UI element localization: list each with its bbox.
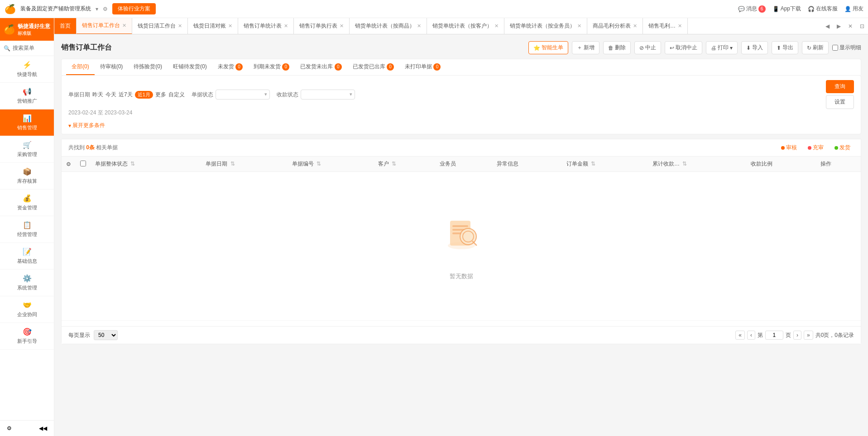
user-menu[interactable]: 👤 用友: [844, 5, 863, 13]
sidebar-collapse-icon[interactable]: ◀◀: [39, 425, 47, 431]
ship-btn[interactable]: 发货: [831, 143, 854, 152]
col-date-sort[interactable]: ⇅: [230, 161, 235, 167]
col-amount-sort[interactable]: ⇅: [591, 161, 595, 167]
sidebar-item-quick-nav[interactable]: ⚡ 快捷导航: [0, 56, 54, 83]
first-page-btn[interactable]: «: [735, 331, 745, 340]
tab-goods-stat-customer[interactable]: 销货单统计表（按客户） ✕: [427, 18, 504, 34]
sidebar-settings-icon[interactable]: ⚙: [7, 425, 12, 431]
tab-scroll-right[interactable]: ▶: [833, 21, 844, 31]
filter-custom[interactable]: 自定义: [168, 91, 185, 99]
filter-more[interactable]: 更多: [155, 91, 166, 99]
cancel-stop-btn[interactable]: ↩ 取消中止: [665, 41, 702, 54]
tab-cash-reconcile[interactable]: 钱货日清对账 ✕: [188, 18, 238, 34]
col-status-header[interactable]: 单据整体状态 ⇅: [91, 156, 201, 172]
horizontal-scrollbar[interactable]: [68, 321, 854, 325]
export-btn[interactable]: ⬆ 导出: [772, 41, 798, 54]
sidebar-item-purchase[interactable]: 🛒 采购管理: [0, 136, 54, 163]
settings-gear-icon[interactable]: ⚙: [103, 6, 108, 12]
tab-sales-more[interactable]: 销售毛利… ✕: [643, 18, 688, 34]
sub-tab-not-shipped[interactable]: 未发货 0: [212, 59, 248, 75]
next-page-btn[interactable]: ›: [793, 331, 801, 340]
msg-btn[interactable]: 💬 消息 6: [738, 5, 766, 13]
unreviewed-btn[interactable]: 充审: [804, 143, 827, 152]
col-number-sort[interactable]: ⇅: [317, 161, 321, 167]
tab-goods-stat-staff[interactable]: 销货单统计表（按业务员） ✕: [504, 18, 587, 34]
col-customer-header[interactable]: 客户 ⇅: [374, 156, 435, 172]
col-collected-header[interactable]: 累计收款… ⇅: [648, 156, 746, 172]
sub-tab-all[interactable]: 全部(0): [66, 59, 95, 75]
tab-sales-stat[interactable]: 销售订单统计表 ✕: [238, 18, 294, 34]
sidebar-item-inventory[interactable]: 📦 库存核算: [0, 163, 54, 190]
sidebar-item-system[interactable]: ⚙️ 系统管理: [0, 270, 54, 296]
tab-cash-reconcile-close[interactable]: ✕: [228, 23, 232, 29]
industry-btn[interactable]: 体验行业方案: [112, 3, 156, 14]
query-btn[interactable]: 查询: [826, 80, 854, 93]
sidebar-item-sales[interactable]: 📊 销售管理: [0, 109, 54, 136]
import-btn[interactable]: ⬇ 导入: [741, 41, 768, 54]
col-collected-sort[interactable]: ⇅: [682, 161, 687, 167]
col-number-header[interactable]: 单据编号 ⇅: [288, 156, 374, 172]
tab-close-all[interactable]: ✕: [844, 21, 856, 31]
expand-btn[interactable]: ▾ 展开更多条件: [68, 122, 105, 129]
tab-cash-daily[interactable]: 钱货日清工作台 ✕: [132, 18, 188, 34]
delete-btn[interactable]: 🗑 删除: [603, 41, 631, 54]
sub-tab-pending-review[interactable]: 待审核(0): [95, 59, 129, 75]
sub-tab-pending-inspect[interactable]: 待拣验货(0): [128, 59, 168, 75]
tab-goods-stat-product-close[interactable]: ✕: [417, 23, 421, 29]
sidebar-search[interactable]: 🔍 搜索菜单: [0, 41, 54, 56]
sub-tab-overdue[interactable]: 到期未发货 0: [248, 59, 295, 75]
tab-scroll-left[interactable]: ◀: [822, 21, 833, 31]
tab-goods-margin-close[interactable]: ✕: [633, 23, 637, 29]
sub-tab-shipped-out[interactable]: 已发货已出库 0: [347, 59, 399, 75]
tab-sales-workbench[interactable]: 销售订单工作台 ✕: [77, 18, 132, 34]
filter-settings-btn[interactable]: 设置: [826, 95, 854, 109]
stop-btn[interactable]: ⊘ 中止: [634, 41, 661, 54]
app-download-btn[interactable]: 📱 App下载: [772, 5, 801, 13]
tab-sales-exec[interactable]: 销售订单执行表 ✕: [294, 18, 350, 34]
print-btn[interactable]: 🖨 打印 ▾: [706, 41, 738, 54]
add-btn[interactable]: ＋ 新增: [572, 41, 599, 54]
tab-goods-margin[interactable]: 商品毛利分析表 ✕: [587, 18, 643, 34]
smart-btn[interactable]: ⭐ 智能生单: [528, 41, 568, 54]
col-customer-sort[interactable]: ⇅: [392, 161, 396, 167]
sub-tab-wangpu[interactable]: 旺铺待发货(0): [168, 59, 212, 75]
filter-1month[interactable]: 近1月: [135, 91, 153, 99]
online-service-btn[interactable]: 🎧 在线客服: [808, 5, 838, 13]
sidebar-item-guide[interactable]: 🎯 新手引导: [0, 323, 54, 350]
select-all-checkbox[interactable]: [80, 161, 86, 166]
tab-goods-stat-customer-close[interactable]: ✕: [494, 23, 499, 29]
tab-goods-stat-product[interactable]: 销货单统计表（按商品） ✕: [350, 18, 427, 34]
filter-today[interactable]: 今天: [106, 91, 116, 99]
tab-cash-daily-close[interactable]: ✕: [178, 23, 182, 29]
tab-sales-stat-close[interactable]: ✕: [284, 23, 288, 29]
sidebar-item-enterprise[interactable]: 🤝 企业协同: [0, 296, 54, 323]
filter-status-select[interactable]: [216, 90, 270, 100]
sidebar-item-operations[interactable]: 📋 经营管理: [0, 216, 54, 243]
review-btn[interactable]: 审核: [777, 143, 801, 152]
last-page-btn[interactable]: »: [804, 331, 813, 340]
sidebar-item-basic-info[interactable]: 📝 基础信息: [0, 243, 54, 270]
col-date-header[interactable]: 单据日期 ⇅: [201, 156, 287, 172]
system-dropdown-icon[interactable]: ▾: [96, 6, 98, 12]
filter-payment-select[interactable]: [301, 90, 355, 100]
tab-sales-more-close[interactable]: ✕: [678, 23, 682, 29]
tab-sales-workbench-close[interactable]: ✕: [122, 23, 126, 28]
filter-7days[interactable]: 近7天: [119, 91, 133, 99]
page-input[interactable]: [765, 331, 783, 340]
col-amount-header[interactable]: 订单金额 ⇅: [562, 156, 648, 172]
show-detail-toggle[interactable]: 显示明细: [832, 44, 861, 52]
per-page-select[interactable]: 10 20 50 100: [94, 330, 118, 340]
col-settings-icon[interactable]: ⚙: [66, 161, 71, 167]
tab-goods-stat-staff-close[interactable]: ✕: [577, 23, 581, 29]
sidebar-item-marketing[interactable]: 📢 营销推广: [0, 83, 54, 109]
col-status-sort[interactable]: ⇅: [130, 161, 135, 167]
prev-page-btn[interactable]: ‹: [747, 331, 755, 340]
tab-sales-exec-close[interactable]: ✕: [340, 23, 344, 29]
filter-yesterday[interactable]: 昨天: [92, 91, 103, 99]
refresh-btn[interactable]: ↻ 刷新: [802, 41, 829, 54]
sidebar-item-finance[interactable]: 💰 资金管理: [0, 190, 54, 216]
show-detail-checkbox[interactable]: [832, 45, 838, 51]
sub-tab-shipped-not-out[interactable]: 已发货未出库 0: [295, 59, 347, 75]
sub-tab-not-printed[interactable]: 未打印单据 0: [399, 59, 446, 75]
tab-home[interactable]: 首页: [54, 18, 77, 34]
